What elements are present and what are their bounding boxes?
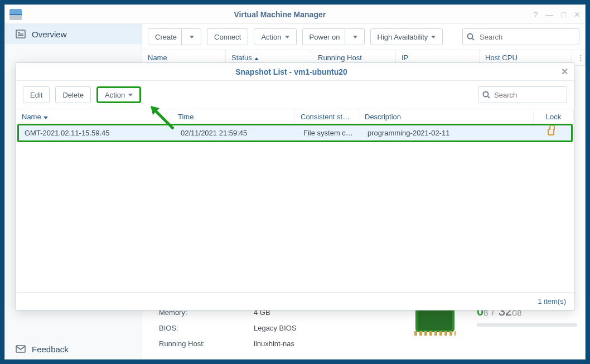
- sidebar-item-feedback[interactable]: Feedback: [5, 339, 142, 359]
- dialog-footer: 1 item(s): [16, 292, 574, 310]
- overview-icon: [15, 28, 26, 40]
- col-snapshot-description[interactable]: Description: [359, 109, 534, 124]
- snapshot-dialog: Snapshot List - vm1-ubuntu20 ✕ Edit Dele…: [16, 62, 574, 310]
- maximize-icon[interactable]: □: [562, 10, 566, 19]
- delete-button[interactable]: Delete: [55, 86, 91, 103]
- sort-desc-icon: [43, 117, 48, 119]
- titlebar: Virtual Machine Manager ? — □ ✕: [5, 5, 585, 24]
- main-search-input[interactable]: [462, 28, 579, 45]
- detail-bios-k: BIOS:: [159, 324, 254, 332]
- app-icon: [9, 9, 22, 20]
- detail-host-k: Running Host:: [159, 339, 254, 348]
- envelope-icon: [15, 343, 26, 355]
- cell-time: 02/11/2021 21:59:45: [175, 125, 298, 140]
- caret-down-icon: [353, 36, 357, 38]
- caret-down-icon: [285, 36, 289, 38]
- search-icon: [467, 33, 475, 41]
- mem-bar: [477, 323, 577, 327]
- sidebar-feedback-label: Feedback: [32, 344, 69, 354]
- memory-widget: 0B / 32GB: [477, 304, 577, 351]
- sidebar-item-overview[interactable]: Overview: [5, 24, 142, 44]
- action-button[interactable]: Action: [254, 28, 296, 45]
- dialog-search[interactable]: [478, 86, 567, 103]
- sidebar-overview-label: Overview: [32, 30, 67, 39]
- dialog-toolbar: Edit Delete Action: [16, 81, 574, 109]
- cell-consistent: File system c…: [298, 125, 362, 140]
- caret-down-icon: [190, 36, 194, 38]
- cell-lock: [531, 125, 571, 140]
- svg-point-5: [468, 34, 473, 39]
- connect-button[interactable]: Connect: [207, 28, 248, 45]
- search-icon: [482, 91, 490, 99]
- caret-down-icon: [431, 36, 436, 38]
- dialog-close-icon[interactable]: ✕: [561, 66, 568, 77]
- snapshot-table-header: Name Time Consistent st… Description Loc…: [16, 109, 574, 125]
- create-button[interactable]: Create: [148, 28, 201, 45]
- col-snapshot-lock[interactable]: Lock: [534, 109, 574, 124]
- snapshot-table-body: GMT-2021.02.11-15.59.45 02/11/2021 21:59…: [16, 125, 574, 292]
- caret-down-icon: [128, 94, 133, 96]
- col-snapshot-name[interactable]: Name: [16, 109, 172, 124]
- sort-asc-icon: [254, 57, 259, 60]
- col-snapshot-time[interactable]: Time: [172, 109, 295, 124]
- help-icon[interactable]: ?: [534, 10, 538, 19]
- dialog-titlebar: Snapshot List - vm1-ubuntu20 ✕: [16, 63, 574, 81]
- col-snapshot-consistent[interactable]: Consistent st…: [295, 109, 359, 124]
- svg-line-8: [488, 96, 490, 98]
- window-title: Virtual Machine Manager: [26, 10, 534, 19]
- main-search[interactable]: [462, 28, 579, 45]
- svg-point-7: [483, 92, 489, 97]
- svg-line-6: [472, 38, 474, 40]
- snapshot-action-button[interactable]: Action: [96, 86, 141, 103]
- main-toolbar: Create Connect Action Power on High Avai…: [142, 24, 585, 50]
- power-on-button[interactable]: Power on: [302, 28, 365, 45]
- table-row[interactable]: GMT-2021.02.11-15.59.45 02/11/2021 21:59…: [19, 125, 571, 140]
- minimize-icon[interactable]: —: [546, 10, 554, 19]
- cell-description: programming-2021-02-11: [362, 125, 531, 140]
- edit-button[interactable]: Edit: [23, 86, 50, 103]
- dialog-title: Snapshot List - vm1-ubuntu20: [22, 67, 561, 76]
- close-icon[interactable]: ✕: [574, 10, 581, 19]
- detail-host-v: linuxhint-nas: [254, 339, 294, 348]
- high-availability-button[interactable]: High Availability: [370, 28, 443, 45]
- detail-bios-v: Legacy BIOS: [254, 324, 297, 332]
- dialog-search-input[interactable]: [478, 86, 567, 103]
- cell-name: GMT-2021.02.11-15.59.45: [19, 125, 175, 140]
- lock-icon: [548, 129, 554, 135]
